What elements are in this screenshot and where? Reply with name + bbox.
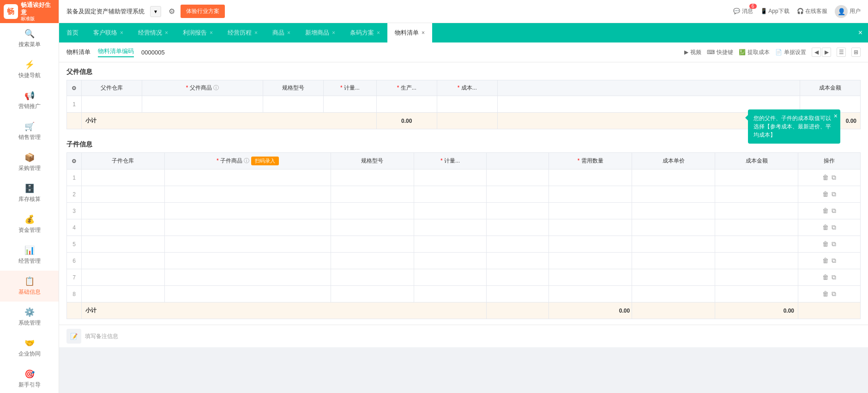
child-row-2-spec[interactable] (331, 186, 414, 203)
sidebar-item-basic-info[interactable]: 📋 基础信息 (0, 271, 59, 302)
child-row-3-unit-cost[interactable] (632, 203, 715, 219)
sidebar-item-sales[interactable]: 🛒 销售管理 (0, 116, 59, 147)
child-row-8-warehouse[interactable] (82, 286, 165, 302)
child-row-8-unit[interactable] (414, 286, 486, 302)
parent-prod-cell[interactable] (376, 96, 437, 113)
parent-warehouse-cell[interactable] (82, 96, 142, 113)
copy-row-1-btn[interactable]: ⧉ (832, 174, 836, 181)
child-row-7-warehouse[interactable] (82, 269, 165, 286)
tab-history[interactable]: 经营历程 × (220, 23, 265, 42)
tab-barcode[interactable]: 条码方案 × (343, 23, 387, 42)
child-row-7-spec[interactable] (331, 269, 414, 286)
child-row-4-qty[interactable] (549, 219, 632, 236)
prev-record-btn[interactable]: ◀ (812, 48, 821, 57)
child-row-4-spec[interactable] (331, 219, 414, 236)
child-row-5-warehouse[interactable] (82, 236, 165, 253)
child-row-1-warehouse[interactable] (82, 169, 165, 186)
child-row-2-product[interactable] (164, 186, 331, 203)
child-row-4-unit-cost[interactable] (632, 219, 715, 236)
delete-row-2-btn[interactable]: 🗑 (822, 190, 829, 198)
parent-product-cell[interactable] (142, 96, 263, 113)
child-row-2-warehouse[interactable] (82, 186, 165, 203)
action-view[interactable]: ▶ 视频 (684, 48, 701, 56)
child-row-6-spec[interactable] (331, 253, 414, 269)
sidebar-item-purchase[interactable]: 📦 采购管理 (0, 147, 59, 178)
child-row-8-unit-cost[interactable] (632, 286, 715, 302)
sidebar-item-system[interactable]: ⚙️ 系统管理 (0, 302, 59, 333)
child-row-8-product[interactable] (164, 286, 331, 302)
menu-view-btn[interactable]: ☰ (837, 48, 846, 57)
grid-view-btn[interactable]: ⊞ (851, 48, 861, 57)
child-row-5-unit[interactable] (414, 236, 486, 253)
tab-products-close[interactable]: × (287, 30, 290, 36)
scan-input-btn[interactable]: 扫码录入 (251, 157, 279, 165)
child-row-7-unit[interactable] (414, 269, 486, 286)
user-area[interactable]: 👤 用户 (835, 5, 861, 18)
copy-row-7-btn[interactable]: ⧉ (832, 273, 836, 281)
child-row-3-spec[interactable] (331, 203, 414, 219)
sidebar-item-inventory[interactable]: 🗄️ 库存核算 (0, 178, 59, 209)
action-cost[interactable]: 💹 提取成本 (739, 48, 770, 56)
child-row-3-unit[interactable] (414, 203, 486, 219)
tab-bom[interactable]: 物料清单 × (387, 23, 432, 42)
copy-row-6-btn[interactable]: ⧉ (832, 257, 836, 265)
copy-row-4-btn[interactable]: ⧉ (832, 224, 836, 231)
tab-new-product-close[interactable]: × (332, 30, 335, 36)
settings-icon[interactable]: ⚙ (169, 7, 175, 16)
copy-row-8-btn[interactable]: ⧉ (832, 290, 836, 298)
tab-bom-close[interactable]: × (422, 30, 425, 36)
sidebar-item-quick-nav[interactable]: ⚡ 快捷导航 (0, 54, 59, 85)
delete-row-1-btn[interactable]: 🗑 (822, 174, 829, 181)
child-row-3-warehouse[interactable] (82, 203, 165, 219)
child-row-7-unit-cost[interactable] (632, 269, 715, 286)
tab-profit-close[interactable]: × (210, 30, 213, 36)
copy-row-2-btn[interactable]: ⧉ (832, 190, 836, 198)
next-record-btn[interactable]: ▶ (822, 48, 831, 57)
copy-row-5-btn[interactable]: ⧉ (832, 240, 836, 248)
sidebar-item-guide[interactable]: 🎯 新手引导 (0, 363, 59, 393)
sidebar-item-marketing[interactable]: 📢 营销推广 (0, 85, 59, 116)
sidebar-item-finance[interactable]: 💰 资金管理 (0, 209, 59, 240)
action-settings[interactable]: 📄 单据设置 (775, 48, 806, 56)
parent-spec-cell[interactable] (263, 96, 324, 113)
tab-operations[interactable]: 经营情况 × (131, 23, 175, 42)
delete-row-5-btn[interactable]: 🗑 (822, 240, 829, 248)
child-row-3-qty[interactable] (549, 203, 632, 219)
breadcrumb-sub[interactable]: 物料清单编码 (98, 47, 134, 57)
sidebar-item-cooperation[interactable]: 🤝 企业协同 (0, 333, 59, 363)
tab-customers-close[interactable]: × (120, 30, 123, 36)
child-row-2-qty[interactable] (549, 186, 632, 203)
app-download[interactable]: 📱 App下载 (760, 7, 790, 15)
child-row-8-qty[interactable] (549, 286, 632, 302)
close-all-tabs[interactable]: × (853, 29, 868, 37)
sidebar-item-search[interactable]: 🔍 搜索菜单 (0, 23, 59, 54)
child-row-6-product[interactable] (164, 253, 331, 269)
child-row-1-spec[interactable] (331, 169, 414, 186)
child-row-5-qty[interactable] (549, 236, 632, 253)
delete-row-7-btn[interactable]: 🗑 (822, 273, 829, 281)
tooltip-close-btn[interactable]: × (834, 111, 838, 121)
tab-customers[interactable]: 客户联络 × (86, 23, 131, 42)
tab-operations-close[interactable]: × (165, 30, 168, 36)
child-row-5-product[interactable] (164, 236, 331, 253)
breadcrumb-main[interactable]: 物料清单 (66, 48, 90, 56)
tab-profit[interactable]: 利润报告 × (175, 23, 220, 42)
action-shortcut[interactable]: ⌨ 快捷键 (707, 48, 733, 56)
parent-unit-cell[interactable] (324, 96, 377, 113)
online-service[interactable]: 🎧 在线客服 (797, 7, 827, 15)
sidebar-item-operation[interactable]: 📊 经营管理 (0, 240, 59, 271)
child-row-3-product[interactable] (164, 203, 331, 219)
child-row-6-unit[interactable] (414, 253, 486, 269)
child-row-4-warehouse[interactable] (82, 219, 165, 236)
child-th-settings[interactable]: ⚙ (67, 153, 82, 169)
tab-products[interactable]: 商品 × (265, 23, 298, 42)
bottom-doc-icon[interactable]: 📝 (66, 329, 81, 344)
delete-row-8-btn[interactable]: 🗑 (822, 290, 829, 298)
parent-th-settings[interactable]: ⚙ (67, 80, 82, 96)
child-row-7-qty[interactable] (549, 269, 632, 286)
child-row-8-spec[interactable] (331, 286, 414, 302)
system-dropdown-btn[interactable]: ▾ (150, 6, 161, 17)
child-row-4-product[interactable] (164, 219, 331, 236)
child-row-4-unit[interactable] (414, 219, 486, 236)
child-row-5-spec[interactable] (331, 236, 414, 253)
